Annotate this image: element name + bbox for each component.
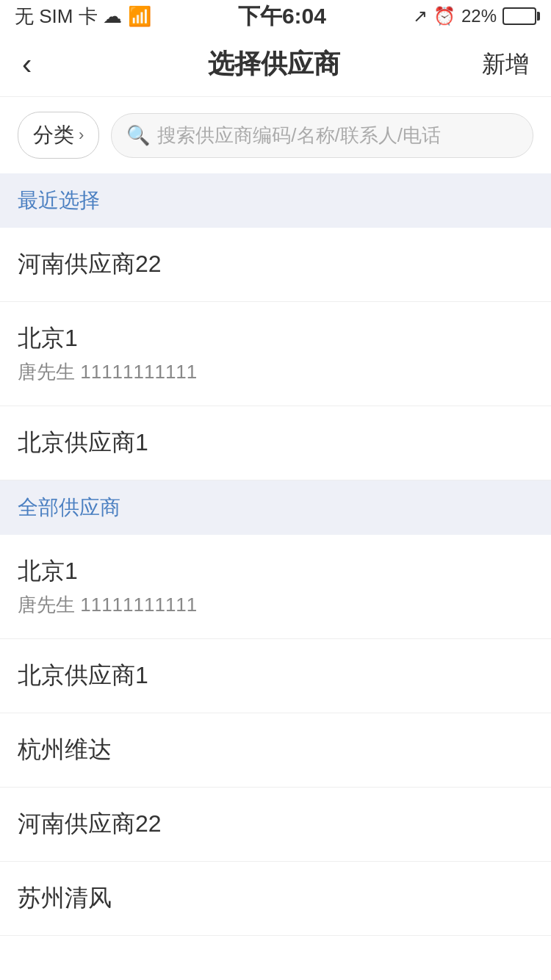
search-icon: 🔍 bbox=[126, 124, 150, 147]
list-item[interactable]: 北京供应商1 bbox=[0, 406, 551, 480]
alarm-icon: ⏰ bbox=[433, 6, 455, 26]
list-item[interactable]: 河南供应商22 bbox=[0, 228, 551, 302]
search-bar[interactable]: 🔍 搜索供应商编码/名称/联系人/电话 bbox=[111, 113, 533, 158]
add-button[interactable]: 新增 bbox=[482, 48, 529, 81]
item-sub: 唐先生 11111111111 bbox=[18, 592, 533, 618]
item-name: 苏州清风 bbox=[18, 882, 533, 915]
list-item[interactable]: 苏州清风 bbox=[0, 862, 551, 936]
section-header-all: 全部供应商 bbox=[0, 480, 551, 535]
category-label: 分类 bbox=[33, 121, 74, 149]
battery-percent: 22% bbox=[461, 6, 497, 26]
item-sub: 唐先生 11111111111 bbox=[18, 359, 533, 385]
chevron-right-icon: › bbox=[79, 126, 84, 145]
nav-bar: ‹ 选择供应商 新增 bbox=[0, 32, 551, 97]
battery-icon bbox=[503, 7, 536, 25]
list-item[interactable]: 河南供应商22 bbox=[0, 788, 551, 862]
item-name: 河南供应商22 bbox=[18, 808, 533, 840]
search-placeholder: 搜索供应商编码/名称/联系人/电话 bbox=[157, 123, 441, 148]
item-name: 杭州维达 bbox=[18, 734, 533, 766]
location-icon: ↗ bbox=[413, 6, 428, 26]
list-item[interactable]: 北京供应商1 bbox=[0, 639, 551, 713]
status-right: ↗ ⏰ 22% bbox=[413, 6, 536, 26]
item-name: 北京供应商1 bbox=[18, 427, 533, 459]
no-sim-label: 无 SIM 卡 ☁ bbox=[15, 4, 122, 29]
item-name: 北京供应商1 bbox=[18, 660, 533, 692]
item-name: 北京1 bbox=[18, 323, 533, 355]
status-left: 无 SIM 卡 ☁ 📶 bbox=[15, 4, 151, 29]
wifi-icon: 📶 bbox=[128, 5, 151, 28]
back-button[interactable]: ‹ bbox=[22, 48, 66, 81]
section-header-recent: 最近选择 bbox=[0, 173, 551, 228]
list-item[interactable]: 北京1唐先生 11111111111 bbox=[0, 302, 551, 406]
category-filter[interactable]: 分类 › bbox=[18, 112, 99, 159]
status-time: 下午6:04 bbox=[238, 1, 326, 32]
page-title: 选择供应商 bbox=[208, 46, 340, 82]
list-item[interactable]: 杭州维达 bbox=[0, 713, 551, 788]
supplier-list: 最近选择河南供应商22北京1唐先生 11111111111北京供应商1全部供应商… bbox=[0, 173, 551, 936]
list-item[interactable]: 北京1唐先生 11111111111 bbox=[0, 535, 551, 639]
item-name: 河南供应商22 bbox=[18, 248, 533, 281]
item-name: 北京1 bbox=[18, 555, 533, 588]
filter-bar: 分类 › 🔍 搜索供应商编码/名称/联系人/电话 bbox=[0, 97, 551, 173]
status-bar: 无 SIM 卡 ☁ 📶 下午6:04 ↗ ⏰ 22% bbox=[0, 0, 551, 32]
